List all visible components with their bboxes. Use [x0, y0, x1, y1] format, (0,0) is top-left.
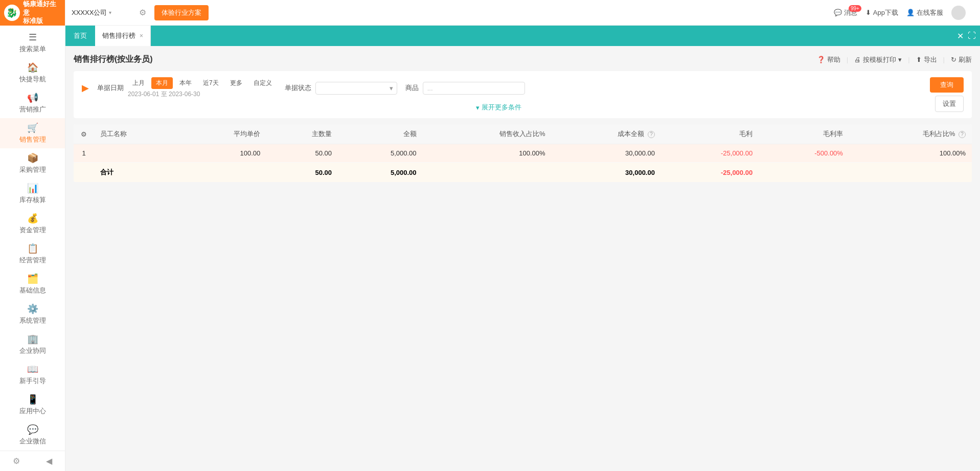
- date-options: 上月 本月 本年 近7天 更多 自定义 2023-06-01 至 2023-06…: [128, 77, 277, 99]
- sidebar-item-purchase[interactable]: 📦采购管理: [0, 148, 65, 178]
- date-btn-more[interactable]: 更多: [225, 77, 247, 89]
- sidebar-label-system: 系统管理: [19, 316, 46, 325]
- tabbar: 首页 销售排行榜 × ✕ ⛶: [65, 26, 980, 46]
- status-select-wrap: [315, 82, 397, 95]
- query-btn[interactable]: 查询: [930, 77, 964, 93]
- sidebar-label-inventory: 库存核算: [19, 195, 46, 205]
- sidebar-bottom: ⚙ ◀: [0, 451, 65, 471]
- enterprise-icon: 🏢: [27, 333, 38, 345]
- sidebar-label-sales: 销售管理: [19, 135, 46, 144]
- status-filter: 单据状态: [285, 82, 397, 95]
- collapse-icon[interactable]: ◀: [46, 456, 52, 466]
- date-btn-this-year[interactable]: 本年: [175, 77, 196, 89]
- message-btn[interactable]: 💬 消息 99+: [834, 8, 857, 17]
- template-print-btn[interactable]: 🖨 按模板打印 ▾: [854, 55, 902, 64]
- data-table: ⚙ 员工名称 平均单价 主数量 全额 销售收入占比% 成本全额 ? 毛利 毛利率…: [74, 124, 972, 182]
- footer-qty: 50.00: [266, 163, 338, 183]
- refresh-btn[interactable]: ↻ 刷新: [951, 55, 972, 64]
- sidebar-item-marketing[interactable]: 📢营销推广: [0, 88, 65, 118]
- col-cost: 成本全额 ?: [552, 124, 661, 144]
- collapse-filter-icon[interactable]: ▶: [82, 82, 89, 94]
- online-service-btn[interactable]: 👤 在线客服: [906, 8, 943, 17]
- tab-close-icon[interactable]: ×: [140, 32, 143, 39]
- sidebar-label-marketing: 营销推广: [19, 105, 46, 114]
- sidebar-label-enterprise: 企业协同: [19, 346, 46, 355]
- table-footer: 合计 50.00 5,000.00 30,000.00 -25,000.00: [74, 163, 972, 183]
- status-label: 单据状态: [285, 83, 311, 93]
- search-icon: ☰: [29, 32, 37, 43]
- wechat-icon: 💬: [27, 424, 38, 435]
- avatar[interactable]: [951, 6, 966, 20]
- goods-label: 商品: [405, 83, 419, 93]
- page-content: 销售排行榜(按业务员) ❓ 帮助 | 🖨 按模板打印 ▾ | ⬆ 导出 |: [65, 46, 980, 471]
- footer-label: 合计: [94, 163, 180, 183]
- sidebar-item-apps[interactable]: 📱应用中心: [0, 390, 65, 420]
- date-btn-this-month[interactable]: 本月: [151, 77, 173, 89]
- message-icon: 💬: [834, 9, 842, 16]
- filter-dates: 上月 本月 本年 近7天 更多 自定义: [128, 77, 277, 89]
- sidebar-item-operation[interactable]: 📋经营管理: [0, 239, 65, 269]
- topbar: XXXXX公司 ▾ ⚙ 体验行业方案 💬 消息 99+ ⬇ App下载 👤 在线…: [65, 0, 980, 26]
- date-range: 2023-06-01 至 2023-06-30: [128, 90, 277, 99]
- sidebar-label-basic: 基础信息: [19, 286, 46, 295]
- settings-btn[interactable]: 设置: [935, 96, 964, 112]
- table-row: 1 100.00 50.00 5,000.00 100.00% 30,000.0…: [74, 144, 972, 163]
- logo-icon: 🐉: [4, 5, 20, 21]
- footer-sales-pct: [423, 163, 552, 183]
- system-icon: ⚙️: [27, 303, 38, 315]
- topbar-settings-icon[interactable]: ⚙: [139, 8, 146, 17]
- cell-amount: 5,000.00: [338, 144, 423, 163]
- experience-btn[interactable]: 体验行业方案: [154, 5, 209, 20]
- col-settings: ⚙: [74, 124, 94, 144]
- restore-icon[interactable]: ⛶: [968, 31, 976, 40]
- topbar-right: 💬 消息 99+ ⬇ App下载 👤 在线客服: [834, 6, 974, 20]
- operation-icon: 📋: [27, 243, 38, 254]
- col-sales-pct: 销售收入占比%: [423, 124, 552, 144]
- date-btn-7days[interactable]: 近7天: [198, 77, 223, 89]
- tab-sales-ranking[interactable]: 销售排行榜 ×: [95, 26, 151, 46]
- service-icon: 👤: [906, 9, 915, 16]
- sidebar-item-enterprise[interactable]: 🏢企业协同: [0, 329, 65, 360]
- date-btn-custom[interactable]: 自定义: [249, 77, 277, 89]
- tabbar-right: ✕ ⛶: [957, 31, 980, 41]
- sidebar-item-search[interactable]: ☰搜索菜单: [0, 28, 65, 58]
- footer-gross: -25,000.00: [661, 163, 759, 183]
- sidebar-item-inventory[interactable]: 📊库存核算: [0, 178, 65, 209]
- sidebar-label-finance: 资金管理: [19, 226, 46, 235]
- status-select[interactable]: [315, 82, 397, 95]
- cell-sales-pct: 100.00%: [423, 144, 552, 163]
- tab-home[interactable]: 首页: [65, 26, 95, 46]
- help-btn[interactable]: ❓ 帮助: [817, 55, 840, 64]
- date-btn-last-month[interactable]: 上月: [128, 77, 149, 89]
- sidebar-item-guide[interactable]: 📖新手引导: [0, 360, 65, 390]
- gross-pct-info-icon[interactable]: ?: [959, 131, 966, 138]
- sidebar-item-sales[interactable]: 🛒销售管理: [0, 118, 65, 148]
- sidebar-item-basic[interactable]: 🗂️基础信息: [0, 269, 65, 299]
- col-gross-rate: 毛利率: [759, 124, 849, 144]
- company-name: XXXXX公司: [72, 8, 107, 17]
- company-dropdown-arrow: ▾: [109, 10, 111, 15]
- sidebar-label-shortcut: 快捷导航: [19, 75, 46, 84]
- main-content: XXXXX公司 ▾ ⚙ 体验行业方案 💬 消息 99+ ⬇ App下载 👤 在线…: [65, 0, 980, 471]
- basic-icon: 🗂️: [27, 273, 38, 284]
- sidebar-item-wechat[interactable]: 💬企业微信: [0, 420, 65, 450]
- goods-input[interactable]: ...: [423, 82, 525, 95]
- sidebar-label-operation: 经营管理: [19, 256, 46, 265]
- more-filters-row: ▾ 展开更多条件: [82, 103, 916, 112]
- app-download-btn[interactable]: ⬇ App下载: [865, 8, 898, 17]
- expand-filters-btn[interactable]: ▾ 展开更多条件: [476, 103, 521, 112]
- close-window-icon[interactable]: ✕: [957, 31, 964, 41]
- sidebar-item-system[interactable]: ⚙️系统管理: [0, 299, 65, 329]
- sidebar-label-search: 搜索菜单: [19, 44, 46, 54]
- cell-avg-price: 100.00: [180, 144, 267, 163]
- goods-placeholder: ...: [427, 84, 433, 92]
- export-btn[interactable]: ⬆ 导出: [916, 55, 937, 64]
- sidebar-item-finance[interactable]: 💰资金管理: [0, 209, 65, 239]
- sidebar-label-purchase: 采购管理: [19, 165, 46, 174]
- company-selector[interactable]: XXXXX公司 ▾: [72, 8, 133, 17]
- cost-info-icon[interactable]: ?: [648, 131, 655, 138]
- inventory-icon: 📊: [27, 183, 38, 194]
- settings-icon[interactable]: ⚙: [13, 456, 20, 466]
- help-icon: ❓: [817, 56, 825, 63]
- sidebar-item-shortcut[interactable]: 🏠快捷导航: [0, 58, 65, 88]
